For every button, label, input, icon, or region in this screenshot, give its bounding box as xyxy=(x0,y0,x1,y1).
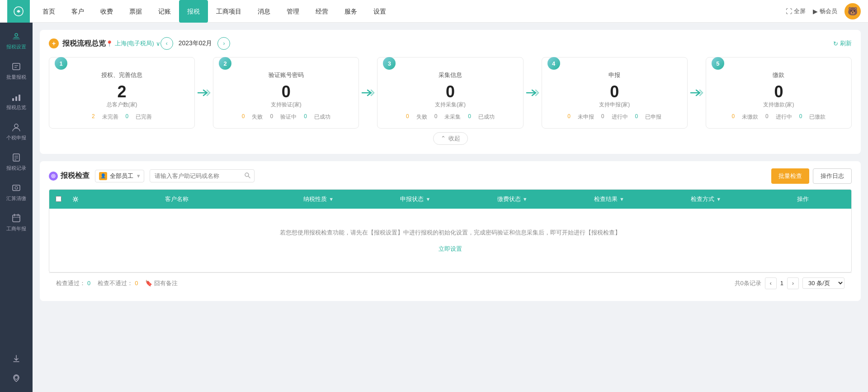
nav-manage[interactable]: 管理 xyxy=(278,0,307,23)
step-3-stat-0[interactable]: 0 xyxy=(406,113,409,121)
page-size-select[interactable]: 30 条/页 50 条/页 100 条/页 xyxy=(802,277,844,289)
sidebar-item-settlement[interactable]: 汇算清缴 xyxy=(0,178,33,206)
footer-pass: 检查通过： 0 xyxy=(56,279,90,287)
step-5-stat-2[interactable]: 0 xyxy=(799,113,802,121)
sidebar: 报税设置 批量报税 报税总览 xyxy=(0,23,33,392)
header-right-btns: 批量检查 操作日志 xyxy=(771,168,852,184)
step-4-stats: 0 未申报 0 进行中 0 已申报 xyxy=(549,113,680,121)
collapse-btn[interactable]: ⌃ 收起 xyxy=(433,132,468,145)
step-3-stat-1[interactable]: 0 xyxy=(434,113,438,121)
th-tax-nature[interactable]: 纳税性质 ▼ xyxy=(270,190,367,209)
th-pay-filter[interactable]: ▼ xyxy=(523,196,528,202)
setup-link[interactable]: 立即设置 xyxy=(439,245,462,252)
step-2-stat-2[interactable]: 0 xyxy=(304,113,307,121)
arrow-1-2 xyxy=(195,57,213,129)
sidebar-item-tax-records[interactable]: 报税记录 xyxy=(0,148,33,176)
check-header: ◎ 报税检查 👤 全部员工 ▾ 批量检查 操作日志 xyxy=(49,168,852,184)
user-avatar[interactable]: 🐻 xyxy=(844,3,861,19)
th-declare-filter[interactable]: ▼ xyxy=(425,196,430,202)
nav-invoice[interactable]: 票据 xyxy=(121,0,150,23)
date-navigation: ‹ 2023年02月 › xyxy=(160,37,231,50)
svg-point-24 xyxy=(75,198,77,200)
fullscreen-btn[interactable]: ⛶ 全屏 xyxy=(786,7,806,15)
step-3-stat-2[interactable]: 0 xyxy=(468,113,471,121)
personal-tax-icon xyxy=(11,122,22,133)
summary-title-group: + 报税流程总览 xyxy=(49,38,106,48)
step-1-stat-ok[interactable]: 0 xyxy=(126,113,129,121)
step-2-stat-1[interactable]: 0 xyxy=(270,113,273,121)
step-1-title: 授权、完善信息 xyxy=(57,71,187,79)
search-input[interactable] xyxy=(150,170,241,182)
sidebar-item-tax-settings[interactable]: 报税设置 xyxy=(0,26,33,55)
settlement-icon xyxy=(11,182,22,193)
fullscreen-icon: ⛶ xyxy=(786,8,792,15)
nav-tax[interactable]: 报税 xyxy=(179,0,208,23)
pass-label: 检查通过： xyxy=(56,279,85,287)
sidebar-location[interactable] xyxy=(0,368,33,388)
step-5-stat-1[interactable]: 0 xyxy=(765,113,769,121)
search-box xyxy=(150,169,255,182)
tax-records-icon xyxy=(11,152,22,163)
select-all-checkbox[interactable] xyxy=(56,196,61,202)
prev-month-btn[interactable]: ‹ xyxy=(160,37,173,50)
nav-fee[interactable]: 收费 xyxy=(92,0,121,23)
step-4-stat-1[interactable]: 0 xyxy=(601,113,604,121)
nav-client[interactable]: 客户 xyxy=(63,0,92,23)
nav-settings[interactable]: 设置 xyxy=(365,0,394,23)
th-checkbox[interactable] xyxy=(49,191,67,207)
th-check-result[interactable]: 检查结果 ▼ xyxy=(561,190,657,209)
fail-value[interactable]: 0 xyxy=(135,280,138,287)
step-2-stat-0[interactable]: 0 xyxy=(242,113,245,121)
app-logo[interactable] xyxy=(7,0,30,23)
employee-dropdown-icon: ▾ xyxy=(137,172,140,179)
sidebar-item-personal-tax[interactable]: 个税申报 xyxy=(0,117,33,146)
step-5-stat-1-label: 进行中 xyxy=(776,113,792,121)
nav-business[interactable]: 工商项目 xyxy=(208,0,250,23)
step-1-stat-fail[interactable]: 2 xyxy=(92,113,95,121)
nav-message[interactable]: 消息 xyxy=(250,0,278,23)
operation-log-btn[interactable]: 操作日志 xyxy=(813,168,852,184)
sidebar-item-tax-overview[interactable]: 报税总览 xyxy=(0,87,33,115)
step-2-stat-1-label: 验证中 xyxy=(280,113,297,121)
th-tax-nature-filter[interactable]: ▼ xyxy=(329,196,334,202)
step-3-title: 采集信息 xyxy=(385,71,515,79)
employee-filter-select[interactable]: 👤 全部员工 ▾ xyxy=(95,170,144,182)
th-pay-status[interactable]: 缴费状态 ▼ xyxy=(464,190,561,209)
sidebar-item-batch-tax[interactable]: 批量报税 xyxy=(0,57,33,85)
member-btn[interactable]: ▶ 畅会员 xyxy=(813,7,837,15)
nav-accounting[interactable]: 记账 xyxy=(150,0,179,23)
nav-operation[interactable]: 经营 xyxy=(307,0,336,23)
th-method-filter[interactable]: ▼ xyxy=(716,196,721,202)
step-5-stat-0[interactable]: 0 xyxy=(731,113,735,121)
refresh-label: 刷新 xyxy=(840,39,852,48)
th-result-filter[interactable]: ▼ xyxy=(619,196,624,202)
th-gear[interactable] xyxy=(67,190,84,208)
empty-text: 若您想使用报税检查功能，请先在【报税设置】中进行报税的初始化设置，完成密码验证和… xyxy=(58,227,842,239)
download-icon xyxy=(11,353,22,364)
nav-home[interactable]: 首页 xyxy=(34,0,63,23)
location-selector[interactable]: 📍 上海(电子税局) ∨ xyxy=(106,39,160,48)
next-page-btn[interactable]: › xyxy=(787,277,799,289)
prev-page-btn[interactable]: ‹ xyxy=(765,277,777,289)
step-4-stat-0[interactable]: 0 xyxy=(567,113,571,121)
nav-service[interactable]: 服务 xyxy=(336,0,365,23)
svg-rect-8 xyxy=(19,95,20,101)
svg-rect-2 xyxy=(13,38,20,39)
svg-point-15 xyxy=(15,186,18,189)
sidebar-label-batch-tax: 批量报税 xyxy=(6,74,26,81)
pass-value[interactable]: 0 xyxy=(87,280,90,287)
th-declare-status[interactable]: 申报状态 ▼ xyxy=(367,190,464,209)
step-4-stat-2[interactable]: 0 xyxy=(635,113,638,121)
step-5-num: 5 xyxy=(712,57,724,70)
sidebar-item-annual-report[interactable]: 工商年报 xyxy=(0,208,33,237)
check-title-group: ◎ 报税检查 xyxy=(49,171,90,181)
refresh-btn[interactable]: ↻ 刷新 xyxy=(833,39,852,48)
step-1-stat-fail-label: 未完善 xyxy=(102,113,118,121)
search-btn[interactable] xyxy=(241,170,254,182)
svg-rect-16 xyxy=(13,215,20,222)
next-month-btn[interactable]: › xyxy=(217,37,230,50)
step-4-stat-2-label: 已申报 xyxy=(645,113,661,121)
sidebar-download[interactable] xyxy=(0,349,33,368)
th-check-method[interactable]: 检查方式 ▼ xyxy=(658,190,755,209)
batch-check-btn[interactable]: 批量检查 xyxy=(771,168,809,184)
